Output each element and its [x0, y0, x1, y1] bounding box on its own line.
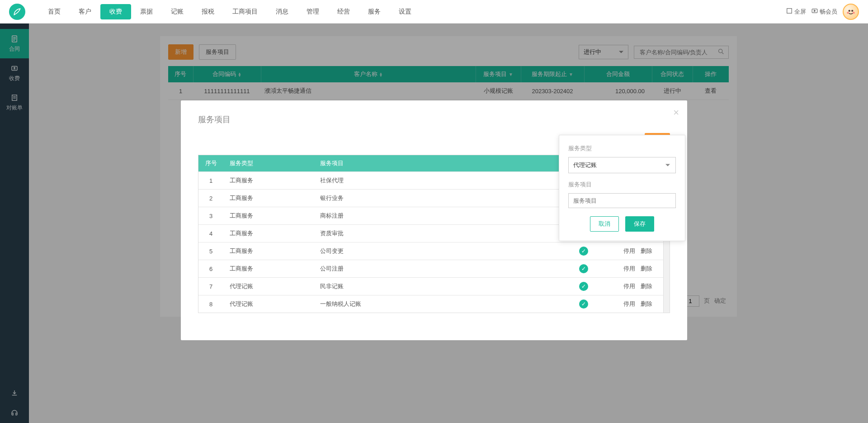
user-avatar[interactable] [843, 4, 859, 20]
disable-link[interactable]: 停用 [623, 265, 635, 272]
play-icon [811, 8, 818, 15]
project-label: 服务项目 [568, 181, 676, 189]
nav-item-7[interactable]: 消息 [267, 4, 297, 19]
close-icon[interactable]: × [673, 107, 679, 119]
svg-rect-0 [787, 9, 792, 14]
delete-link[interactable]: 删除 [641, 265, 652, 272]
app-logo [9, 4, 25, 20]
member-label: 畅会员 [820, 8, 837, 16]
table-row: 8代理记账一般纳税人记账✓停用删除 [198, 295, 670, 313]
delete-link[interactable]: 删除 [641, 300, 652, 307]
modal-title: 服务项目 [198, 114, 670, 125]
svg-point-4 [847, 12, 849, 14]
nav-item-8[interactable]: 管理 [297, 4, 328, 19]
fullscreen-label: 全屏 [794, 8, 806, 16]
table-row: 7代理记账民非记账✓停用删除 [198, 278, 670, 295]
nav-item-11[interactable]: 设置 [390, 4, 420, 19]
nav-item-9[interactable]: 经营 [328, 4, 359, 19]
svg-point-5 [853, 12, 854, 14]
top-nav: 首页客户收费票据记账报税工商项目消息管理经营服务设置 全屏 畅会员 [0, 0, 868, 24]
popover-cancel-button[interactable]: 取消 [590, 216, 619, 232]
table-row: 5工商服务公司变更✓停用删除 [198, 242, 670, 260]
member-button[interactable]: 畅会员 [811, 8, 837, 16]
modal-overlay: × 服务项目 新建 序号 服务类型 服务项目 默认 操作 1工商服务社保 [0, 24, 868, 423]
fullscreen-button[interactable]: 全屏 [786, 8, 806, 16]
check-icon: ✓ [579, 264, 588, 273]
delete-link[interactable]: 删除 [641, 283, 652, 290]
service-item-modal: × 服务项目 新建 序号 服务类型 服务项目 默认 操作 1工商服务社保 [181, 100, 687, 340]
disable-link[interactable]: 停用 [623, 283, 635, 290]
nav-item-5[interactable]: 报税 [193, 4, 223, 19]
nav-item-3[interactable]: 票据 [131, 4, 162, 19]
popover-save-button[interactable]: 保存 [625, 216, 654, 232]
check-icon: ✓ [579, 299, 588, 309]
disable-link[interactable]: 停用 [623, 300, 635, 307]
nav-item-4[interactable]: 记账 [162, 4, 193, 19]
service-project-input[interactable] [568, 193, 676, 208]
delete-link[interactable]: 删除 [641, 247, 652, 254]
disable-link[interactable]: 停用 [623, 247, 635, 254]
svg-point-3 [851, 10, 853, 11]
nav-item-6[interactable]: 工商项目 [223, 4, 267, 19]
nav-item-1[interactable]: 客户 [70, 4, 100, 19]
table-row: 6工商服务公司注册✓停用删除 [198, 260, 670, 278]
nav-item-0[interactable]: 首页 [39, 4, 70, 19]
new-service-popover: 服务类型 代理记账 服务项目 取消 保存 [559, 135, 685, 241]
nav-item-10[interactable]: 服务 [359, 4, 390, 19]
type-label: 服务类型 [568, 144, 676, 152]
service-type-select[interactable]: 代理记账 [568, 157, 676, 173]
check-icon: ✓ [579, 282, 588, 291]
svg-point-2 [849, 10, 850, 11]
nav-item-2[interactable]: 收费 [100, 4, 131, 19]
check-icon: ✓ [579, 247, 588, 256]
fullscreen-icon [786, 8, 793, 15]
